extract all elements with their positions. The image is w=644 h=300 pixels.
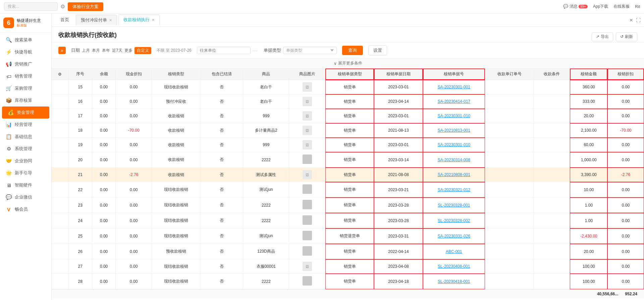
messages-btn[interactable]: 💬 消息 99+ <box>563 4 588 9</box>
td-bill-no[interactable]: SL-20230408-001 <box>423 259 485 274</box>
td-bill-no[interactable]: SA-20230414-017 <box>423 94 485 109</box>
td-balance: 0.00 <box>92 152 115 168</box>
tab-home[interactable]: 首页 <box>55 15 74 26</box>
td-verify-discount: -2.76 <box>607 168 644 182</box>
td-bill-type: 销货单 <box>325 109 374 123</box>
app-download-btn[interactable]: App下载 <box>593 4 608 9</box>
th-settings[interactable]: ⚙ <box>52 69 68 80</box>
top-bar-search[interactable]: 搜索... <box>4 2 58 11</box>
date-more[interactable]: 更多 <box>124 48 132 53</box>
td-settings <box>52 152 68 168</box>
td-balance: 0.00 <box>92 213 115 228</box>
td-collection-condition <box>534 244 570 259</box>
tab-prepay-close[interactable]: ✕ <box>109 18 112 23</box>
th-product: 商品 <box>243 69 289 80</box>
td-product: 测试jun <box>243 228 289 244</box>
td-bill-date: 2023-03-28 <box>374 198 423 213</box>
td-bill-no[interactable]: SA-20230301-010 <box>423 109 485 123</box>
td-bill-no[interactable]: SL-20230418-001 <box>423 274 485 289</box>
td-verify-amount: 20.00 <box>570 109 607 123</box>
sidebar-item-guide[interactable]: 🌟 新手引导 <box>0 167 51 179</box>
guide-icon: 🌟 <box>5 170 12 176</box>
th-bill-no: 核销单据号 <box>423 69 485 80</box>
sidebar-item-system[interactable]: ⚙ 系统管理 <box>0 143 51 155</box>
td-verify-discount: 0.00 <box>607 152 644 168</box>
sidebar-item-marketing[interactable]: 📢 营销推广 <box>0 58 51 70</box>
sidebar-item-finance[interactable]: 💰 资金管理 <box>2 106 49 119</box>
source-unit-input[interactable] <box>197 47 251 54</box>
td-product: 老白干 <box>243 94 289 109</box>
td-bill-no[interactable]: ABC-001 <box>423 244 485 259</box>
td-bill-no[interactable]: SA-20210813-001 <box>423 123 485 138</box>
td-bill-no[interactable]: SA-20230301-010 <box>423 138 485 152</box>
td-verify-amount: 100.00 <box>570 259 607 274</box>
td-verify-discount: 0.00 <box>607 274 644 289</box>
filter-arrow-button[interactable]: » <box>58 47 66 54</box>
tab-collection-close[interactable]: ✕ <box>152 18 155 22</box>
td-verify-type: 收款核销 <box>152 152 201 168</box>
gear-icon[interactable]: ⚙ <box>60 3 65 10</box>
td-bill-no[interactable]: SA-20210808-001 <box>423 168 485 182</box>
td-verify-type: 收款核销 <box>152 109 201 123</box>
td-balance: 0.00 <box>92 259 115 274</box>
td-bill-no[interactable]: SA-20230331-026 <box>423 228 485 244</box>
sidebar-item-label: 新手引导 <box>15 170 32 176</box>
online-service-btn[interactable]: 在线客服 <box>613 4 630 9</box>
sidebar-item-quicknav[interactable]: ⚡ 快捷导航 <box>0 46 51 58</box>
td-settings <box>52 228 68 244</box>
table-row: 15 0.00 0.00 现结收款核销 否 老白干 🖼 销货单 2023-03-… <box>52 80 644 94</box>
td-included-settled: 否 <box>201 152 243 168</box>
td-bill-no[interactable]: SA-20230314-008 <box>423 152 485 168</box>
tab-close-all-icon[interactable]: ✕ <box>629 17 633 23</box>
refresh-icon: ↺ <box>620 34 624 39</box>
search-menu-icon: 🔍 <box>5 37 12 43</box>
user-name: Rit <box>635 4 640 9</box>
td-settings <box>52 274 68 289</box>
td-product-img: 🖼 <box>289 168 325 182</box>
td-verify-discount: 0.00 <box>607 80 644 94</box>
expand-button[interactable]: ∨ 展开更多条件 <box>334 60 362 66</box>
td-included-settled: 否 <box>201 109 243 123</box>
th-verify-discount: 核销折扣 <box>607 69 644 80</box>
enterprise-icon: 🤝 <box>5 158 12 164</box>
td-verify-type: 收款核销 <box>152 138 201 152</box>
date-custom[interactable]: 自定义 <box>135 47 151 54</box>
sidebar-item-hardware[interactable]: 🖥 智能硬件 <box>0 179 51 191</box>
sidebar-item-enterprise[interactable]: 🤝 企业协同 <box>0 155 51 167</box>
bill-type-select[interactable]: 单据类型 <box>283 47 337 54</box>
tab-prepay[interactable]: 预付冲应付单 ✕ <box>76 15 117 25</box>
sidebar-item-basics[interactable]: 📋 基础信息 <box>0 131 51 143</box>
sidebar-item-sales[interactable]: 🏷 销售管理 <box>0 70 51 82</box>
date-this-year[interactable]: 本年 <box>102 48 110 53</box>
sidebar-item-inventory[interactable]: 📦 库存核算 <box>0 94 51 106</box>
td-bill-no[interactable]: SA-20230301-001 <box>423 80 485 94</box>
sidebar-item-operations[interactable]: 📊 经营管理 <box>0 119 51 131</box>
sidebar-item-purchase[interactable]: 🛒 采购管理 <box>0 82 51 94</box>
td-bill-no[interactable]: SA-20230321-012 <box>423 182 485 198</box>
td-verify-discount: 0.00 <box>607 259 644 274</box>
td-bill-no[interactable]: SL-20230328-002 <box>423 213 485 228</box>
tab-expand-icon[interactable]: ⛶ <box>636 17 641 23</box>
export-button[interactable]: ↗ 导出 <box>592 32 613 41</box>
td-verify-discount: 0.00 <box>607 94 644 109</box>
refresh-button[interactable]: ↺ 刷新 <box>616 32 637 41</box>
settings-button[interactable]: 设置 <box>368 45 387 55</box>
date-this-month[interactable]: 本月 <box>92 48 100 53</box>
td-verify-amount: 60.00 <box>570 138 607 152</box>
sidebar: 6 畅捷通好生意 标准版 🔍 搜索菜单 ⚡ 快捷导航 📢 营销推广 🏷 销售管理 <box>0 13 52 300</box>
date-last-month[interactable]: 上月 <box>82 48 90 53</box>
table-wrapper[interactable]: ⚙ 序号 余额 现金折扣 核销类型 包含已结清 商品 商品图片 核销单据类型 核… <box>52 69 644 300</box>
sidebar-item-label: 系统管理 <box>15 146 32 152</box>
tab-collection[interactable]: 收款核销执行 ✕ <box>118 14 160 26</box>
td-cash-discount: 0.00 <box>116 228 152 244</box>
table-row: 18 0.00 -70.00 收款核销 否 多计量商品2 🖼 销货单 2021-… <box>52 123 644 138</box>
basics-icon: 📋 <box>5 134 12 140</box>
export-label: 导出 <box>601 34 609 40</box>
date-7days[interactable]: 近7天 <box>112 48 122 53</box>
td-bill-no[interactable]: SL-20230328-001 <box>423 198 485 213</box>
sidebar-item-member[interactable]: V 畅会员 <box>0 203 51 215</box>
sidebar-item-wechat[interactable]: 💬 企业微信 <box>0 191 51 203</box>
sidebar-item-search[interactable]: 🔍 搜索菜单 <box>0 34 51 46</box>
industry-btn[interactable]: 体验行业方案 <box>68 2 103 11</box>
query-button[interactable]: 查询 <box>342 46 363 55</box>
